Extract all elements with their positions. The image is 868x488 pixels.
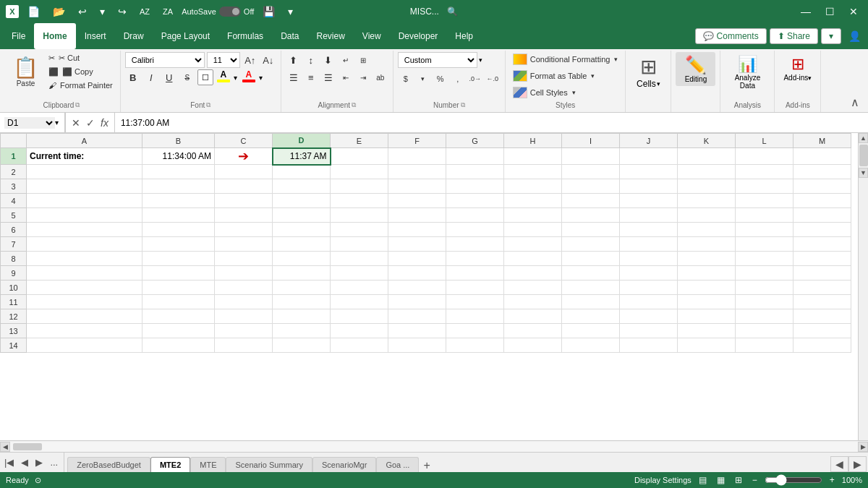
align-center-button[interactable]: ≡	[303, 69, 319, 85]
font-size-select[interactable]: 11	[207, 52, 240, 68]
row-header-7[interactable]: 7	[1, 237, 27, 252]
cell-styles-button[interactable]: Cell Styles ▾	[510, 85, 621, 100]
scroll-right-button[interactable]: ▶	[858, 442, 868, 452]
cell-j1[interactable]	[620, 148, 678, 165]
zoom-out-button[interactable]: −	[749, 474, 760, 487]
percent-button[interactable]: %	[433, 71, 448, 87]
formula-fx-icon[interactable]: fx	[99, 116, 110, 130]
fill-color-button[interactable]: A	[216, 69, 231, 85]
number-format-select[interactable]: Custom	[398, 52, 477, 68]
addins-drop-icon[interactable]: ▾	[808, 74, 812, 82]
share-drop-button[interactable]: ▾	[821, 28, 841, 44]
menu-item-file[interactable]: File	[3, 23, 34, 49]
comma-button[interactable]: ,	[450, 71, 466, 87]
comments-button[interactable]: 💬 Comments	[695, 28, 766, 44]
cell-k1[interactable]	[678, 148, 736, 165]
wrap-text-button[interactable]: ↵	[338, 52, 354, 68]
col-header-f[interactable]: F	[388, 134, 446, 148]
cell-m1[interactable]	[793, 148, 851, 165]
formula-cancel-icon[interactable]: ✕	[70, 116, 82, 130]
merge-button[interactable]: ⊞	[355, 52, 371, 68]
row-header-2[interactable]: 2	[1, 165, 27, 179]
sheet-tab-zbb[interactable]: ZeroBasedBudget	[67, 457, 150, 472]
row-header-3[interactable]: 3	[1, 179, 27, 194]
align-right-button[interactable]: ☰	[320, 69, 336, 85]
col-header-h[interactable]: H	[504, 134, 562, 148]
formula-confirm-icon[interactable]: ✓	[85, 116, 96, 130]
new-button[interactable]: 📄	[23, 4, 44, 19]
cell-c1[interactable]: ➔	[215, 148, 273, 165]
page-break-button[interactable]: ⊞	[732, 474, 745, 487]
paste-button[interactable]: 📋 Paste	[7, 52, 44, 91]
col-header-m[interactable]: M	[793, 134, 851, 148]
sheet-tab-scenario-mgr[interactable]: ScenarioMgr	[312, 457, 376, 472]
vertical-scrollbar[interactable]: ▲ ▼	[858, 133, 868, 440]
undo-button[interactable]: ↩	[74, 4, 91, 19]
dec-dec-button[interactable]: ←.0	[485, 71, 501, 87]
format-as-table-button[interactable]: Format as Table ▾	[510, 69, 621, 83]
tab-scroll-left[interactable]: ◀	[830, 456, 848, 472]
alignment-expand-icon[interactable]: ⧉	[352, 101, 356, 109]
col-header-j[interactable]: J	[620, 134, 678, 148]
menu-item-page-layout[interactable]: Page Layout	[153, 23, 218, 49]
align-top-button[interactable]: ⬆	[286, 52, 302, 68]
row-header-13[interactable]: 13	[1, 324, 27, 338]
indent-dec-button[interactable]: ⇤	[338, 69, 354, 85]
cell-a1[interactable]: Current time:	[27, 148, 142, 165]
cell-a2[interactable]	[27, 165, 142, 179]
cell-i1[interactable]	[562, 148, 620, 165]
row-header-6[interactable]: 6	[1, 223, 27, 237]
scroll-up-button[interactable]: ▲	[859, 133, 868, 143]
add-sheet-button[interactable]: +	[419, 459, 434, 472]
align-middle-button[interactable]: ↕	[303, 52, 319, 68]
row-header-14[interactable]: 14	[1, 338, 27, 353]
align-left-button[interactable]: ☰	[286, 69, 302, 85]
col-header-e[interactable]: E	[331, 134, 388, 148]
indent-inc-button[interactable]: ⇥	[355, 69, 371, 85]
cell-ref-drop[interactable]: ▾	[55, 119, 59, 127]
conditional-drop-icon[interactable]: ▾	[614, 56, 618, 63]
close-button[interactable]: ✕	[845, 4, 862, 19]
number-format-drop[interactable]: ▾	[479, 56, 482, 64]
analyze-data-button[interactable]: 📊 Analyze Data	[725, 52, 770, 93]
row-header-10[interactable]: 10	[1, 281, 27, 295]
menu-item-draw[interactable]: Draw	[115, 23, 153, 49]
scroll-left-button[interactable]: ◀	[0, 442, 10, 452]
col-header-l[interactable]: L	[736, 134, 793, 148]
row-header-4[interactable]: 4	[1, 194, 27, 208]
tab-nav-first[interactable]: |◀	[1, 455, 17, 469]
currency-drop-button[interactable]: ▾	[415, 71, 431, 87]
cells-drop-icon[interactable]: ▾	[657, 80, 660, 87]
cells-button[interactable]: ⊞ Cells ▾	[630, 52, 666, 92]
autosave-toggle[interactable]: AutoSave Off	[182, 7, 254, 17]
menu-item-developer[interactable]: Developer	[390, 23, 447, 49]
copy-button[interactable]: ⬛⬛ Copy	[46, 66, 116, 78]
display-settings-label[interactable]: Display Settings	[634, 476, 692, 484]
sort-za-button[interactable]: ZA	[158, 6, 177, 17]
font-name-select[interactable]: Calibri	[125, 52, 205, 68]
row-header-11[interactable]: 11	[1, 295, 27, 309]
open-button[interactable]: 📂	[48, 4, 69, 19]
row-header-9[interactable]: 9	[1, 266, 27, 281]
tab-nav-more[interactable]: ...	[47, 455, 61, 469]
row-header-12[interactable]: 12	[1, 309, 27, 324]
grow-font-button[interactable]: A↑	[242, 52, 258, 68]
shrink-font-button[interactable]: A↓	[260, 52, 276, 68]
menu-item-home[interactable]: Home	[34, 23, 75, 49]
format-table-drop-icon[interactable]: ▾	[591, 72, 595, 80]
normal-view-button[interactable]: ▤	[696, 474, 710, 487]
dec-inc-button[interactable]: .0→	[467, 71, 483, 87]
row-header-5[interactable]: 5	[1, 208, 27, 223]
sort-az-button[interactable]: AZ	[135, 6, 154, 17]
cell-e1[interactable]	[331, 148, 388, 165]
sheet-tab-goa[interactable]: Goa ...	[376, 457, 419, 472]
sheet-tab-mte[interactable]: MTE	[190, 457, 226, 472]
row-header-1[interactable]: 1	[1, 148, 27, 165]
clipboard-expand-icon[interactable]: ⧉	[75, 101, 80, 109]
cell-f1[interactable]	[388, 148, 446, 165]
save-button[interactable]: 💾	[258, 4, 279, 19]
border-button[interactable]: ☐	[197, 69, 213, 85]
save-drop-button[interactable]: ▾	[284, 4, 297, 19]
underline-button[interactable]: U	[161, 69, 177, 85]
number-expand-icon[interactable]: ⧉	[461, 101, 465, 109]
